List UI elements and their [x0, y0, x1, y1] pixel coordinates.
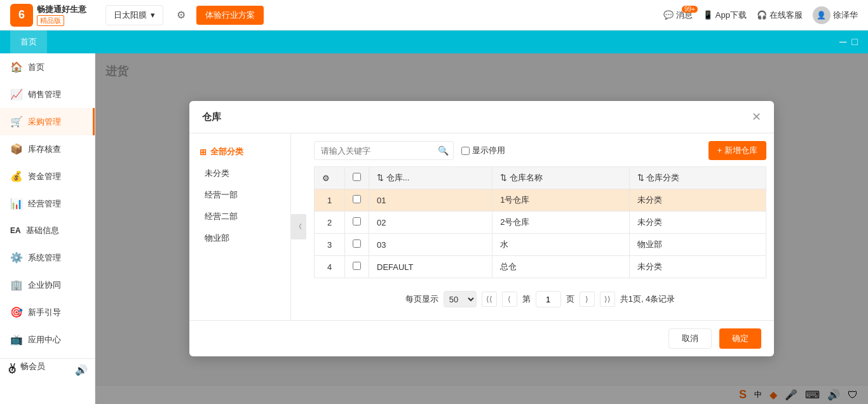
col-header-check [345, 167, 369, 189]
col-header-category: ⇅ 仓库分类 [629, 167, 766, 189]
row-name-cell: 2号仓库 [492, 212, 629, 234]
sidebar-item-home[interactable]: 🏠 首页 [0, 53, 95, 81]
page-size-select[interactable]: 50 100 200 [444, 291, 477, 307]
sidebar-item-finance[interactable]: 💰 资金管理 [0, 163, 95, 190]
table-row[interactable]: 4 DEFAULT 总仓 未分类 [315, 256, 766, 278]
sidebar-item-app-center[interactable]: 📺 应用中心 [0, 326, 95, 353]
app-download-item[interactable]: 📱 App下载 [703, 10, 747, 21]
row-code-cell: 01 [369, 189, 492, 212]
modal-body: ⊞ 全部分类 未分类 经营一部 经营二部 物业部 [189, 133, 774, 320]
sidebar-item-guide[interactable]: 🎯 新手引导 [0, 299, 95, 326]
trial-button[interactable]: 体验行业方案 [196, 6, 264, 25]
logo-text-area: 畅捷通好生意 精品版 [37, 4, 86, 26]
sidebar-item-sales[interactable]: 📈 销售管理 [0, 81, 95, 108]
first-page-button[interactable]: ⟨⟨ [482, 292, 497, 307]
row-checkbox[interactable] [353, 217, 361, 226]
row-checkbox[interactable] [353, 195, 361, 203]
all-categories-item[interactable]: ⊞ 全部分类 [189, 141, 290, 163]
header-right: 💬 消息 99+ 📱 App下载 🎧 在线客服 👤 徐泽华 [663, 6, 858, 24]
table-row[interactable]: 1 01 1号仓库 未分类 [315, 189, 766, 212]
phone-icon: 📱 [703, 10, 713, 20]
row-check-cell[interactable] [345, 212, 369, 234]
sidebar-item-inventory[interactable]: 📦 库存核查 [0, 135, 95, 163]
store-name: 日太阳膜 [114, 10, 147, 21]
category-item-property[interactable]: 物业部 [189, 227, 290, 249]
guide-icon: 🎯 [10, 306, 23, 318]
add-warehouse-button[interactable]: + 新增仓库 [709, 141, 766, 160]
warehouse-modal: 仓库 ✕ ⊞ 全部分类 未分类 经营一 [189, 101, 774, 356]
all-categories-label: 全部分类 [210, 146, 243, 158]
col-header-gear: ⚙ [315, 167, 345, 189]
user-name: 徐泽华 [833, 10, 858, 21]
last-page-button[interactable]: ⟩⟩ [600, 292, 615, 307]
search-button[interactable]: 🔍 [438, 145, 449, 156]
sales-icon: 📈 [10, 88, 23, 100]
row-check-cell[interactable] [345, 234, 369, 256]
row-category-cell: 未分类 [629, 256, 766, 278]
nav-minimize-btn[interactable]: ─ [839, 36, 846, 48]
row-num-cell: 4 [315, 256, 345, 278]
table-body: 1 01 1号仓库 未分类 2 02 2号仓库 未分类 3 03 水 物业部 4… [315, 189, 766, 278]
row-name-cell: 1号仓库 [492, 189, 629, 212]
gear-header-icon: ⚙ [322, 173, 330, 183]
row-category-cell: 未分类 [629, 189, 766, 212]
logo-app-name: 畅捷通好生意 [37, 4, 86, 15]
show-disabled-checkbox[interactable] [461, 147, 470, 155]
page-label: 第 [522, 293, 531, 305]
row-num-cell: 2 [315, 212, 345, 234]
collapse-panel-button[interactable]: 《 [291, 214, 306, 239]
avatar: 👤 [813, 6, 831, 24]
confirm-button[interactable]: 确定 [719, 328, 761, 349]
select-all-checkbox[interactable] [353, 173, 361, 181]
secondary-nav: 首页 ─ □ [0, 30, 868, 53]
sidebar-item-purchase[interactable]: 🛒 采购管理 [0, 108, 95, 135]
next-page-button[interactable]: ⟩ [580, 292, 595, 307]
nav-maximize-btn[interactable]: □ [851, 36, 858, 48]
row-check-cell[interactable] [345, 189, 369, 212]
category-item-ops2[interactable]: 经营二部 [189, 206, 290, 227]
search-input[interactable] [314, 141, 454, 160]
col-header-code: ⇅ 仓库... [369, 167, 492, 189]
logo-area: 6 畅捷通好生意 精品版 [10, 4, 105, 27]
sidebar: 🏠 首页 📈 销售管理 🛒 采购管理 📦 库存核查 💰 资金管理 📊 经营管理 … [0, 53, 95, 404]
row-check-cell[interactable] [345, 256, 369, 278]
modal-title: 仓库 [202, 111, 221, 123]
settings-bottom-icon[interactable]: ⚙ [8, 364, 17, 376]
sidebar-item-basic-info[interactable]: EA 基础信息 [0, 217, 95, 244]
row-checkbox[interactable] [353, 239, 361, 248]
row-num-cell: 1 [315, 189, 345, 212]
cancel-button[interactable]: 取消 [668, 328, 712, 349]
category-item-unclassified[interactable]: 未分类 [189, 163, 290, 184]
user-item[interactable]: 👤 徐泽华 [813, 6, 858, 24]
online-service-label: 在线客服 [770, 10, 803, 21]
row-name-cell: 水 [492, 234, 629, 256]
settings-button[interactable]: ⚙ [171, 5, 191, 25]
messages-item[interactable]: 💬 消息 99+ [663, 10, 693, 21]
store-selector[interactable]: 日太阳膜 ▾ [105, 5, 163, 25]
inventory-icon: 📦 [10, 143, 23, 155]
per-page-label: 每页显示 [405, 293, 438, 305]
messages-badge: 99+ [682, 6, 698, 13]
show-disabled-label[interactable]: 显示停用 [461, 145, 505, 156]
logo-badge: 精品版 [37, 15, 64, 26]
speaker-icon[interactable]: 🔊 [75, 364, 88, 376]
sec-nav-home[interactable]: 首页 [10, 30, 47, 53]
row-category-cell: 未分类 [629, 212, 766, 234]
row-checkbox[interactable] [353, 262, 361, 270]
row-code-cell: DEFAULT [369, 256, 492, 278]
sidebar-item-system[interactable]: ⚙️ 系统管理 [0, 244, 95, 271]
sidebar-item-operations[interactable]: 📊 经营管理 [0, 190, 95, 217]
prev-page-button[interactable]: ⟨ [502, 292, 517, 307]
modal-close-button[interactable]: ✕ [752, 110, 761, 124]
online-service-item[interactable]: 🎧 在线客服 [757, 10, 803, 21]
table-row[interactable]: 2 02 2号仓库 未分类 [315, 212, 766, 234]
grid-icon: ⊞ [200, 147, 207, 157]
row-num-cell: 3 [315, 234, 345, 256]
category-item-ops1[interactable]: 经营一部 [189, 184, 290, 206]
logo-icon: 6 [10, 4, 33, 27]
sidebar-item-enterprise[interactable]: 🏢 企业协同 [0, 271, 95, 299]
page-number-input[interactable] [536, 291, 561, 307]
headset-icon: 🎧 [757, 10, 767, 20]
total-info: 共1页, 4条记录 [620, 293, 675, 305]
table-row[interactable]: 3 03 水 物业部 [315, 234, 766, 256]
